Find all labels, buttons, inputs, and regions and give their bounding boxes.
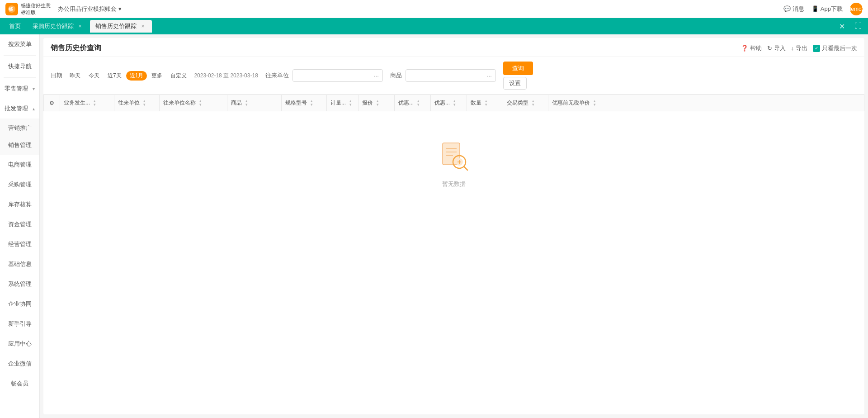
message-icon: 💬 [783, 5, 791, 12]
sidebar-item-app-center[interactable]: 应用中心 [0, 334, 39, 354]
retail-arrow-icon: ▾ [33, 86, 35, 91]
export-icon: ↓ [791, 45, 794, 52]
sidebar-item-ecommerce[interactable]: 电商管理 [0, 155, 39, 175]
filter-bar: 日期 昨天 今天 近7天 近1月 更多 自定义 2023-02-18 至 202… [43, 57, 864, 95]
date-tab-today[interactable]: 今天 [85, 71, 103, 81]
sidebar-item-basic-info[interactable]: 基础信息 [0, 254, 39, 274]
date-tab-1month[interactable]: 近1月 [126, 71, 147, 81]
sidebar-item-search-menu[interactable]: 搜索菜单 [0, 34, 39, 54]
date-tab-yesterday[interactable]: 昨天 [66, 71, 84, 81]
import-icon: ↻ [767, 45, 772, 52]
svg-text:畅: 畅 [9, 7, 13, 12]
close-sales-history-tab[interactable]: × [139, 23, 146, 30]
settings-button[interactable]: 设置 [503, 77, 527, 90]
sort-arrows-spec: ▲▼ [310, 100, 313, 107]
partner-label: 往来单位 [265, 71, 289, 80]
sort-arrows-biz-date: ▲▼ [93, 100, 96, 107]
chevron-down-icon: ▾ [118, 5, 122, 12]
partner-dots-icon: ··· [374, 72, 379, 79]
tab-bar-left: 首页 采购历史价跟踪 × 销售历史价跟踪 × [4, 20, 152, 33]
tab-sales-history[interactable]: 销售历史价跟踪 × [90, 20, 152, 33]
th-product[interactable]: 商品 ▲▼ [227, 95, 282, 111]
th-partner-code[interactable]: 往来单位 ▲▼ [114, 95, 160, 111]
page-title: 销售历史价查询 [51, 43, 101, 53]
date-tab-more[interactable]: 更多 [148, 71, 166, 81]
data-table: ⚙ 业务发生... ▲▼ 往来单位 ▲▼ 往来单位名称 ▲ [43, 95, 864, 111]
avatar: demo2 [850, 3, 863, 15]
th-unit[interactable]: 计量... ▲▼ [327, 95, 359, 111]
empty-icon [436, 138, 472, 175]
table-container: ⚙ 业务发生... ▲▼ 往来单位 ▲▼ 往来单位名称 ▲ [43, 95, 864, 414]
sidebar-item-capital[interactable]: 资金管理 [0, 214, 39, 234]
tab-close-all-icon[interactable]: ✕ [835, 20, 848, 33]
th-pretax-price[interactable]: 优惠前无税单价 ▲▼ [548, 95, 864, 111]
sidebar-item-system[interactable]: 系统管理 [0, 274, 39, 294]
date-tab-custom[interactable]: 自定义 [167, 71, 190, 81]
content-area: 销售历史价查询 ❓ 帮助 ↻ 导入 ↓ 导出 ✓ [40, 34, 868, 418]
sort-arrows-trade: ▲▼ [531, 100, 535, 107]
sidebar-sub-sales[interactable]: 销售管理 [0, 137, 39, 154]
sort-arrows-partner: ▲▼ [142, 100, 146, 107]
app-selector[interactable]: 办公用品行业模拟账套 ▾ [54, 3, 125, 15]
sidebar-item-operations[interactable]: 经营管理 [0, 234, 39, 254]
th-quantity[interactable]: 数量 ▲▼ [467, 95, 503, 111]
help-icon: ❓ [741, 45, 748, 52]
page-header: 销售历史价查询 ❓ 帮助 ↻ 导入 ↓ 导出 ✓ [43, 38, 864, 57]
header-left: 畅 畅捷信好生意 标准版 办公用品行业模拟账套 ▾ [5, 2, 125, 15]
sidebar-item-new-guide[interactable]: 新手引导 [0, 314, 39, 334]
date-tab-7days[interactable]: 近7天 [104, 71, 125, 81]
date-range-text: 2023-02-18 至 2023-03-18 [194, 72, 258, 80]
header-right: 💬 消息 📱 App下载 demo2 [783, 3, 863, 15]
sort-arrows-price: ▲▼ [376, 100, 379, 107]
date-tabs: 昨天 今天 近7天 近1月 更多 自定义 [66, 71, 190, 81]
help-button[interactable]: ❓ 帮助 [741, 44, 762, 52]
export-button[interactable]: ↓ 导出 [791, 44, 808, 52]
tab-home[interactable]: 首页 [4, 20, 26, 33]
wholesale-arrow-icon: ▴ [33, 106, 35, 111]
sort-arrows-pretax: ▲▼ [593, 100, 596, 107]
app-download-action[interactable]: 📱 App下载 [811, 5, 843, 13]
logo-icon: 畅 [5, 3, 18, 15]
product-input[interactable]: ··· [406, 69, 496, 82]
sort-arrows-discount1: ▲▼ [416, 100, 420, 107]
sidebar-item-member[interactable]: 畅会员 [0, 374, 39, 394]
sidebar-item-wholesale[interactable]: 批发管理 ▴ [0, 99, 39, 119]
sidebar-sub-marketing[interactable]: 营销推广 [0, 119, 39, 137]
th-partner-name[interactable]: 往来单位名称 ▲▼ [160, 95, 227, 111]
partner-input[interactable]: ··· [292, 69, 383, 82]
product-filter-group: 商品 ··· [390, 69, 496, 82]
th-trade-type[interactable]: 交易类型 ▲▼ [503, 95, 548, 111]
sidebar-item-inventory[interactable]: 库存核算 [0, 195, 39, 214]
tab-fullscreen-icon[interactable]: ⛶ [852, 20, 864, 33]
tab-purchase-history[interactable]: 采购历史价跟踪 × [27, 20, 89, 33]
top-header: 畅 畅捷信好生意 标准版 办公用品行业模拟账套 ▾ 💬 消息 📱 App下载 d… [0, 0, 868, 18]
th-discount1[interactable]: 优惠... ▲▼ [395, 95, 431, 111]
sidebar-divider-2 [4, 77, 36, 78]
user-profile[interactable]: demo2 [850, 3, 863, 15]
sidebar-item-purchase[interactable]: 采购管理 [0, 175, 39, 195]
svg-line-8 [464, 166, 467, 170]
table-header-row: ⚙ 业务发生... ▲▼ 往来单位 ▲▼ 往来单位名称 ▲ [44, 95, 864, 111]
sort-arrows-discount2: ▲▼ [453, 100, 456, 107]
sidebar-item-enterprise[interactable]: 企业协同 [0, 294, 39, 314]
only-last-checkbox[interactable]: ✓ 只看最后一次 [813, 44, 857, 52]
date-label: 日期 [51, 71, 62, 80]
th-spec[interactable]: 规格型号 ▲▼ [282, 95, 327, 111]
sidebar-item-enterprise-wechat[interactable]: 企业微信 [0, 354, 39, 374]
message-action[interactable]: 💬 消息 [783, 5, 804, 13]
th-settings[interactable]: ⚙ [44, 95, 60, 111]
sort-arrows-partner-name: ▲▼ [198, 100, 202, 107]
query-button[interactable]: 查询 [503, 62, 533, 75]
sidebar-item-retail[interactable]: 零售管理 ▾ [0, 79, 39, 99]
page-actions: ❓ 帮助 ↻ 导入 ↓ 导出 ✓ 只看最后一次 [741, 44, 858, 52]
partner-filter-group: 往来单位 ··· [265, 69, 383, 82]
th-quoted-price[interactable]: 报价 ▲▼ [359, 95, 395, 111]
sidebar: 搜索菜单 快捷导航 零售管理 ▾ 批发管理 ▴ 营销推广 销售管理 电商管理 采… [0, 34, 40, 418]
sidebar-item-quick-nav[interactable]: 快捷导航 [0, 57, 39, 76]
empty-text: 暂无数据 [442, 180, 466, 188]
th-biz-date[interactable]: 业务发生... ▲▼ [60, 95, 114, 111]
close-purchase-history-tab[interactable]: × [76, 23, 84, 30]
th-discount2[interactable]: 优惠... ▲▼ [431, 95, 467, 111]
sidebar-section-wholesale: 营销推广 销售管理 [0, 119, 39, 155]
import-button[interactable]: ↻ 导入 [767, 44, 786, 52]
